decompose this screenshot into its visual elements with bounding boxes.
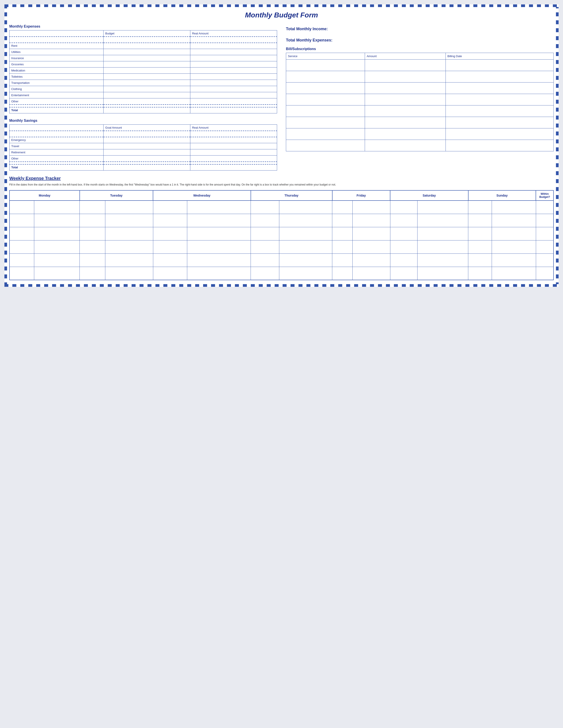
weekly-date-number[interactable] [80,227,105,240]
weekly-date-number[interactable] [390,201,418,214]
savings-total-real[interactable] [190,164,277,171]
weekly-amount[interactable] [34,254,80,267]
weekly-amount[interactable] [105,254,153,267]
bills-amount[interactable] [365,105,446,117]
weekly-amount[interactable] [492,240,536,253]
weekly-date-number[interactable] [251,227,279,240]
weekly-date-number[interactable] [10,240,34,253]
weekly-date-number[interactable] [332,240,353,253]
expenses-row-real[interactable] [190,49,277,55]
weekly-amount[interactable] [279,227,332,240]
bills-billing-date[interactable] [446,140,554,151]
weekly-date-number[interactable] [153,214,187,227]
weekly-amount[interactable] [105,214,153,227]
bills-amount[interactable] [365,94,446,105]
weekly-date-number[interactable] [153,267,187,280]
weekly-amount[interactable] [418,214,468,227]
expenses-row-real[interactable] [190,80,277,86]
weekly-date-number[interactable] [332,254,353,267]
weekly-date-number[interactable] [251,240,279,253]
bills-amount[interactable] [365,117,446,128]
weekly-date-number[interactable] [390,240,418,253]
weekly-amount[interactable] [34,267,80,280]
bills-billing-date[interactable] [446,60,554,71]
expenses-row-budget[interactable] [103,92,190,98]
bills-billing-date[interactable] [446,117,554,128]
weekly-amount[interactable] [492,201,536,214]
weekly-amount[interactable] [492,227,536,240]
weekly-amount[interactable] [353,201,390,214]
weekly-amount[interactable] [187,201,250,214]
weekly-within-budget-cell-3[interactable] [536,240,554,253]
weekly-date-number[interactable] [80,240,105,253]
weekly-amount[interactable] [279,240,332,253]
expenses-row-budget[interactable] [103,74,190,80]
weekly-amount[interactable] [187,214,250,227]
weekly-amount[interactable] [34,201,80,214]
bills-service[interactable] [286,105,365,117]
weekly-within-budget-cell-5[interactable] [536,267,554,280]
weekly-amount[interactable] [187,254,250,267]
weekly-amount[interactable] [353,214,390,227]
weekly-date-number[interactable] [153,201,187,214]
weekly-amount[interactable] [187,267,250,280]
weekly-amount[interactable] [418,267,468,280]
expenses-row-real[interactable] [190,61,277,68]
weekly-within-budget-cell-2[interactable] [536,227,554,240]
bills-amount[interactable] [365,71,446,83]
weekly-date-number[interactable] [251,267,279,280]
weekly-date-number[interactable] [251,254,279,267]
weekly-date-number[interactable] [332,201,353,214]
expenses-row-real[interactable] [190,55,277,61]
weekly-date-number[interactable] [153,227,187,240]
weekly-amount[interactable] [34,227,80,240]
weekly-amount[interactable] [492,267,536,280]
weekly-date-number[interactable] [80,267,105,280]
weekly-date-number[interactable] [468,214,492,227]
expenses-row-real[interactable] [190,43,277,49]
weekly-amount[interactable] [279,214,332,227]
expenses-row-real[interactable] [190,68,277,74]
weekly-within-budget-cell-0[interactable] [536,201,554,214]
expenses-row-budget[interactable] [103,86,190,92]
savings-row-goal[interactable] [103,149,190,156]
weekly-amount[interactable] [353,240,390,253]
weekly-amount[interactable] [187,240,250,253]
expenses-row-budget[interactable] [103,98,190,105]
expenses-row-budget[interactable] [103,68,190,74]
expenses-row-budget[interactable] [103,80,190,86]
savings-total-goal[interactable] [103,164,190,171]
weekly-date-number[interactable] [10,254,34,267]
weekly-amount[interactable] [105,227,153,240]
weekly-amount[interactable] [105,240,153,253]
weekly-date-number[interactable] [390,254,418,267]
weekly-amount[interactable] [34,240,80,253]
weekly-date-number[interactable] [80,254,105,267]
weekly-amount[interactable] [105,201,153,214]
weekly-amount[interactable] [418,240,468,253]
weekly-date-number[interactable] [153,240,187,253]
weekly-amount[interactable] [105,267,153,280]
bills-billing-date[interactable] [446,94,554,105]
savings-row-real[interactable] [190,137,277,143]
expenses-row-budget[interactable] [103,61,190,68]
bills-service[interactable] [286,83,365,94]
weekly-amount[interactable] [279,201,332,214]
weekly-date-number[interactable] [390,214,418,227]
weekly-within-budget-cell-1[interactable] [536,214,554,227]
weekly-amount[interactable] [187,227,250,240]
weekly-within-budget-cell-4[interactable] [536,253,554,267]
weekly-date-number[interactable] [390,227,418,240]
savings-row-goal[interactable] [103,143,190,149]
weekly-date-number[interactable] [468,254,492,267]
savings-row-goal[interactable] [103,156,190,162]
bills-billing-date[interactable] [446,83,554,94]
expenses-row-budget[interactable] [103,55,190,61]
weekly-date-number[interactable] [10,267,34,280]
weekly-date-number[interactable] [468,227,492,240]
bills-service[interactable] [286,128,365,140]
expenses-total-budget[interactable] [103,107,190,113]
bills-service[interactable] [286,94,365,105]
weekly-date-number[interactable] [10,214,34,227]
bills-amount[interactable] [365,140,446,151]
